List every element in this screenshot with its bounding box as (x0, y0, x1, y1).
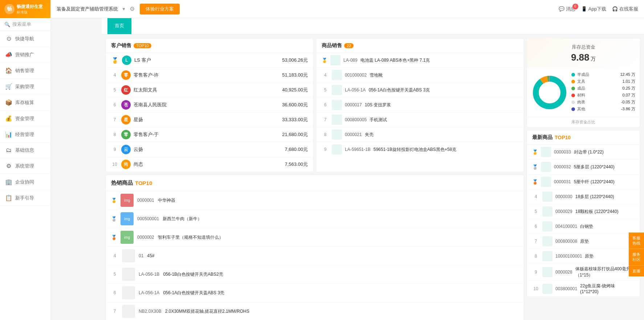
product-row-5: 7 000800005 手机测试 (317, 112, 523, 127)
product-img-2 (332, 70, 342, 80)
content-area: 客户销售 TOP10 🥇 L LS 客户 53,006.26元 (102, 34, 644, 320)
new-products-title: 最新商品 (532, 134, 553, 141)
inventory-footer: 库存资金占比 (527, 117, 640, 127)
headset-icon: 🎧 (612, 6, 618, 12)
svg-text:img: img (124, 235, 130, 239)
sidebar-item-marketing[interactable]: 📣 营销推广 (0, 47, 50, 63)
hot-product-row-5: 5 LA-056-1B 056-1B白色按键开关壳ABS2壳 (106, 265, 523, 284)
hot-product-row-7: 7 NB2.0X30B 2.0X30MM双搓花轴,搓花直径2.1MM/ROHS (106, 302, 523, 320)
hot-products-title: 热销商品 (111, 180, 133, 186)
new-product-row-1: 🥇 0000033 封边带 (1.0*22) (527, 145, 640, 160)
new-rank-medal-3: 🥉 (532, 179, 538, 185)
sidebar-item-purchase[interactable]: 🛒 采购管理 (0, 79, 50, 95)
hot-product-row-6: 6 LA-056-1A 056-1A白色按键开关盖ABS 3壳 (106, 284, 523, 302)
tab-home[interactable]: 首页 (107, 18, 131, 34)
right-column: 库存总资金 9.88 万 (527, 39, 640, 320)
customer-avatar-7: 云 (121, 145, 131, 154)
legend-dot-5 (571, 100, 575, 104)
nav-icon: 🏢 (5, 179, 12, 185)
nav-icon: 🛒 (5, 83, 12, 90)
customer-row-7: 9 云 云扬 7,680.00元 (106, 142, 313, 157)
settings-icon[interactable]: ⚙ (130, 5, 135, 12)
new-product-row-10: 10 003800001 22g鱼豆腐-烧烤味 (1*12*20) (527, 281, 640, 296)
nav-icon: 📦 (5, 99, 12, 106)
nav-icon: 🏠 (5, 67, 12, 74)
sidebar-item-system[interactable]: ⚙ 系统管理 (0, 158, 50, 174)
legend-dot-6 (571, 107, 575, 111)
float-btn-service[interactable]: 客服热线 (629, 233, 644, 249)
new-product-row-5: 5 0000029 18颗粒板 (1220*2440) (527, 204, 640, 219)
svg-text:img: img (124, 198, 130, 202)
legend-dot-3 (571, 87, 575, 90)
float-btn-live[interactable]: 直播 (629, 266, 644, 276)
system-name: 装备及固定资产辅助管理系统 (57, 6, 118, 12)
hot-rank-medal-2: 🥈 (111, 216, 117, 222)
product-row-3: 5 LA-056-1A 056-1A白色按键开关盖ABS 3克 (317, 83, 523, 98)
new-products-header: 最新商品 TOP10 (527, 131, 640, 145)
new-product-img-1 (541, 147, 551, 157)
sidebar-item-guide[interactable]: 📋 新手引导 (0, 190, 50, 206)
app-download-button[interactable]: 📱 App下载 (581, 6, 606, 12)
customer-ranking-body: 🥇 L LS 客户 53,006.26元 4 零 零售客户-许 51,183.0… (106, 53, 313, 172)
sidebar-item-inventory[interactable]: 📦 库存核算 (0, 95, 50, 111)
left-column: 客户销售 TOP10 🥇 L LS 客户 53,006.26元 (106, 39, 523, 320)
product-img-7 (332, 144, 342, 155)
product-img-5 (332, 115, 342, 125)
new-product-img-7 (542, 236, 553, 246)
sidebar-item-finance[interactable]: 💰 资金管理 (0, 111, 50, 127)
new-products-panel: 最新商品 TOP10 🥇 0000033 封边带 (1.0*22) 🥈 0000… (527, 131, 640, 296)
legend-item-5: 肉类 -0.05 万 (571, 99, 635, 105)
product-sales-title: 商品销售 (322, 42, 342, 49)
hot-products-header: 热销商品 TOP10 (106, 175, 523, 191)
trial-button[interactable]: 体验行业方案 (140, 4, 180, 15)
sidebar-item-sales[interactable]: 🏠 销售管理 (0, 63, 50, 79)
hot-product-row-1: 🥇 img 0000001 中华神器 (106, 191, 523, 210)
sidebar-item-quick-nav[interactable]: ⊙ 快捷导航 (0, 31, 50, 47)
product-img-3 (332, 85, 342, 95)
sidebar-item-basic[interactable]: 🗂 基础信息 (0, 143, 50, 158)
product-sales-body: 🥇 LA-089 电池盖 LA-089 ABS本色+黑种 7.1克 4 0010… (317, 53, 523, 172)
sidebar-item-cooperation[interactable]: 🏢 企业协同 (0, 174, 50, 190)
sidebar-item-operations[interactable]: 📊 经营管理 (0, 127, 50, 143)
hot-rank-medal-1: 🥇 (111, 198, 117, 203)
product-sales-panel: 商品销售 22 🥇 LA-089 电池盖 LA-089 ABS本色+黑种 7.1… (317, 39, 523, 172)
legend-item-4: 材料 0.07 万 (571, 93, 635, 98)
float-buttons: 客服热线 服务社区 直播 (629, 233, 644, 276)
new-product-row-2: 🥈 0000032 5厘多层 (1220*2440) (527, 160, 640, 175)
hot-product-img-5 (122, 268, 135, 281)
customer-row-2: 4 零 零售客户-许 51,183.00元 (106, 68, 313, 83)
product-img-6 (332, 130, 342, 140)
donut-legend: 半成品 12.45 万 文具 1.01 万 成品 0.25 万 (571, 72, 635, 113)
new-product-img-9 (542, 267, 553, 277)
nav-icon: 💰 (5, 115, 12, 122)
messages-button[interactable]: 💬 消息 6 (559, 6, 575, 12)
hot-product-row-2: 🥈 img 000500001 新西兰牛肉（新牛） (106, 210, 523, 228)
customer-avatar-3: 红 (121, 85, 131, 95)
new-product-img-4 (542, 192, 553, 202)
legend-dot-1 (571, 73, 575, 77)
hot-product-img-2: img (121, 212, 134, 225)
new-product-img-10 (542, 284, 553, 294)
sidebar-logo: 畅 畅捷通好生意 标准版 (0, 0, 50, 18)
rank-medal-p1: 🥇 (322, 58, 327, 63)
legend-item-2: 文具 1.01 万 (571, 79, 635, 84)
online-service-button[interactable]: 🎧 在线客服 (612, 6, 638, 12)
product-row-4: 6 0000017 10S 变扭罗浆 (317, 98, 523, 112)
nav-icon: ⊙ (5, 35, 12, 42)
customer-ranking-header: 客户销售 TOP10 (106, 39, 313, 53)
hot-products-panel: 热销商品 TOP10 🥇 img 0000001 中华神器 🥈 img (106, 175, 523, 320)
dropdown-arrow-icon[interactable]: ▼ (122, 7, 126, 12)
new-product-img-2 (541, 162, 551, 172)
float-btn-community[interactable]: 服务社区 (629, 249, 644, 266)
search-menu[interactable]: 🔍 搜索菜单 (0, 18, 50, 31)
customer-avatar-8: 尚 (121, 160, 131, 169)
donut-chart-area: 半成品 12.45 万 文具 1.01 万 成品 0.25 万 (527, 68, 640, 117)
customer-avatar-2: 零 (121, 70, 131, 80)
phone-icon: 📱 (581, 6, 587, 12)
hot-product-row-3: 🥉 img 0000002 智利车子里（规格不知道填什么） (106, 228, 523, 247)
hot-rank-medal-3: 🥉 (111, 235, 117, 240)
customer-row-8: 10 尚 尚态 7,563.00元 (106, 157, 313, 172)
inventory-header: 库存总资金 9.88 万 (527, 39, 640, 68)
customer-avatar-5: 星 (121, 115, 131, 124)
customer-row-6: 8 零 零售客户-于 21,680.00元 (106, 127, 313, 142)
